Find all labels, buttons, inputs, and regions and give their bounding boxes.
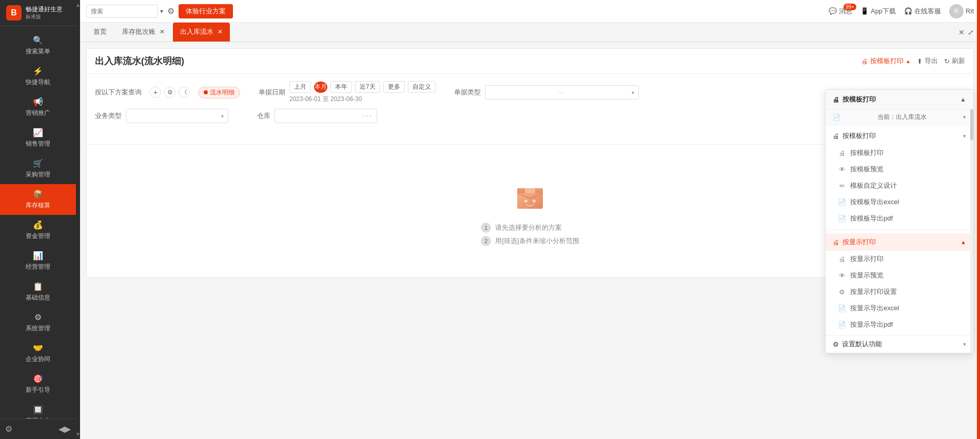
sidebar-item-basic[interactable]: 📋 基础信息 [0, 276, 76, 307]
date-btn-last-month[interactable]: 上月 [289, 81, 311, 93]
type-select-dots[interactable]: ··· [558, 89, 563, 96]
filter-setting-btn[interactable]: ⚙ [164, 87, 175, 98]
tab-home[interactable]: 首页 [86, 23, 114, 42]
settings-bottom-icon[interactable]: ⚙ [5, 424, 12, 434]
date-btn-this-month[interactable]: 本月 [314, 82, 327, 93]
current-arrow-icon[interactable]: ▾ [963, 114, 966, 121]
sidebar-item-operations[interactable]: 📊 经营管理 [0, 246, 76, 276]
tabbar: 首页 库存批次账 ✕ 出入库流水 ✕ ✕ ⤢ [80, 23, 980, 42]
sidebar-item-marketing[interactable]: 📢 营销推广 [0, 92, 76, 123]
user-info[interactable]: R Rit [949, 4, 974, 18]
refresh-btn[interactable]: ↻ 刷新 [944, 56, 965, 66]
export-label: 导出 [925, 56, 938, 66]
collapse-sidebar-icon[interactable]: ◀▶ [58, 424, 71, 434]
sidebar-item-enterprise[interactable]: 🤝 企业协同 [0, 338, 76, 369]
display-section-icon: 🖨 [833, 238, 839, 246]
sidebar-item-guide[interactable]: 🎯 新手引导 [0, 369, 76, 400]
item-display-excel-icon: 📄 [838, 304, 846, 312]
sidebar-nav: 🔍 搜索菜单 ⚡ 快捷导航 📢 营销推广 📈 销售管理 🛒 采购管理 📦 库存核… [0, 26, 76, 418]
item-excel-icon: 📄 [838, 198, 846, 206]
dropdown-scrollbar[interactable] [970, 109, 973, 353]
sidebar-item-finance-label: 资金管理 [26, 232, 50, 241]
display-print-header[interactable]: 🖨 按显示打印 ▲ [826, 233, 973, 251]
dropdown-item-display-print[interactable]: 🖨 按显示打印 [826, 251, 973, 267]
tab-batch[interactable]: 库存批次账 ✕ [115, 23, 172, 42]
export-btn[interactable]: ⬆ 导出 [917, 56, 938, 66]
date-btn-more[interactable]: 更多 [383, 81, 405, 93]
template-section-label: 按模板打印 [842, 131, 876, 141]
sidebar-bottom: ⚙ ◀▶ [0, 418, 76, 439]
dropdown-item-display-pdf[interactable]: 📄 按显示导出pdf [826, 316, 973, 333]
search-input[interactable] [86, 5, 158, 18]
business-type-group: 业务类型 ▾ [95, 109, 228, 123]
system-icon: ⚙ [34, 312, 42, 322]
message-btn[interactable]: 💬 消息 99+ [829, 7, 852, 16]
dropdown-item-display-setting[interactable]: ⚙ 按显示打印设置 [826, 284, 973, 300]
business-dropdown-icon[interactable]: ▾ [221, 113, 224, 119]
topbar-gear-icon[interactable]: ⚙ [167, 6, 174, 16]
sidebar-item-apps[interactable]: 🔲 应用中心 [0, 400, 76, 418]
print-btn[interactable]: 🖨 按模板打印 ▲ [861, 56, 911, 66]
tab-flow-close[interactable]: ✕ [218, 28, 223, 35]
dropdown-close-icon[interactable]: ▲ [960, 96, 966, 103]
dropdown-item-display-excel[interactable]: 📄 按显示导出excel [826, 300, 973, 316]
filter-section-label: 按以下方案查询 [95, 88, 142, 97]
date-btn-this-year[interactable]: 本年 [330, 81, 352, 93]
item-display-setting-label: 按显示打印设置 [850, 287, 897, 296]
finance-icon: 💰 [33, 220, 43, 230]
app-download-btn[interactable]: 📱 App下载 [860, 7, 896, 16]
sidebar-item-system[interactable]: ⚙ 系统管理 [0, 307, 76, 338]
dropdown-item-template-excel[interactable]: 📄 按模板导出excel [826, 194, 973, 210]
date-filter-group: 单据日期 上月 本月 本年 近7天 更多 自定义 2023-06-01 至 20… [259, 81, 436, 104]
page-title: 出入库流水(流水明细) [95, 55, 184, 67]
date-btn-custom[interactable]: 自定义 [408, 81, 436, 93]
dropdown-item-template-pdf[interactable]: 📄 按模板导出pdf [826, 210, 973, 227]
sidebar: B 畅捷通好生意 标准版 🔍 搜索菜单 ⚡ 快捷导航 📢 营销推广 📈 销售管理… [0, 0, 76, 439]
step-2-label: 用[筛选]条件来缩小分析范围 [495, 236, 579, 246]
trial-btn[interactable]: 体验行业方案 [179, 4, 233, 18]
print-dropdown-icon[interactable]: ▲ [906, 58, 911, 64]
template-print-header[interactable]: 🖨 按模板打印 ▾ [826, 127, 973, 145]
scrollbar-thumb[interactable] [970, 109, 973, 140]
warehouse-group: 仓库 ··· [257, 109, 377, 123]
sidebar-item-inventory[interactable]: 📦 库存核算 [0, 184, 76, 215]
sidebar-item-quick-nav[interactable]: ⚡ 快捷导航 [0, 61, 76, 92]
type-select[interactable]: ··· ▾ [485, 85, 639, 99]
sidebar-item-purchase[interactable]: 🛒 采购管理 [0, 153, 76, 184]
expand-icon[interactable]: ⤢ [968, 28, 974, 36]
dropdown-item-template-custom[interactable]: ✏ 模板自定义设计 [826, 177, 973, 194]
service-btn[interactable]: 🎧 在线客服 [904, 7, 941, 16]
dropdown-item-template-preview[interactable]: 👁 按模板预览 [826, 161, 973, 177]
date-btn-7days[interactable]: 近7天 [355, 81, 380, 93]
message-badge: 99+ [844, 4, 856, 10]
type-dropdown-icon[interactable]: ▾ [632, 90, 634, 95]
topbar-search: ▾ [86, 5, 163, 18]
tab-batch-close[interactable]: ✕ [160, 28, 165, 35]
item-display-print-icon: 🖨 [838, 255, 846, 263]
sidebar-item-quick-nav-label: 快捷导航 [26, 78, 50, 87]
empty-steps: 1 请先选择要分析的方案 2 用[筛选]条件来缩小分析范围 [481, 223, 579, 246]
business-type-select[interactable]: ▾ [126, 109, 228, 123]
sidebar-item-sales[interactable]: 📈 销售管理 [0, 123, 76, 153]
close-all-icon[interactable]: ✕ [958, 28, 965, 36]
item-display-setting-icon: ⚙ [838, 288, 846, 296]
dropdown-footer[interactable]: ⚙ 设置默认功能 ▾ [826, 335, 973, 353]
footer-icon: ⚙ [833, 341, 839, 348]
warehouse-label: 仓库 [257, 111, 270, 121]
dropdown-item-display-preview[interactable]: 👁 按显示预览 [826, 267, 973, 284]
tab-flow[interactable]: 出入库流水 ✕ [173, 23, 230, 42]
sidebar-item-search-label: 搜索菜单 [26, 47, 50, 56]
filter-add-btn[interactable]: + [150, 87, 161, 98]
filter-collapse-btn[interactable]: 《 [179, 87, 190, 98]
warehouse-select[interactable]: ··· [275, 109, 377, 123]
search-nav-icon: 🔍 [33, 35, 43, 45]
dropdown-title-label: 按模板打印 [842, 95, 876, 104]
item-template-excel-label: 按模板导出excel [850, 197, 899, 207]
sidebar-item-search[interactable]: 🔍 搜索菜单 [0, 30, 76, 61]
dropdown-item-template-print[interactable]: 🖨 按模板打印 [826, 145, 973, 161]
filter-chip: 流水明细 [198, 87, 240, 98]
warehouse-dots[interactable]: ··· [363, 111, 373, 121]
search-dropdown-icon[interactable]: ▾ [160, 8, 163, 15]
sidebar-item-finance[interactable]: 💰 资金管理 [0, 215, 76, 246]
right-edge [977, 42, 980, 439]
